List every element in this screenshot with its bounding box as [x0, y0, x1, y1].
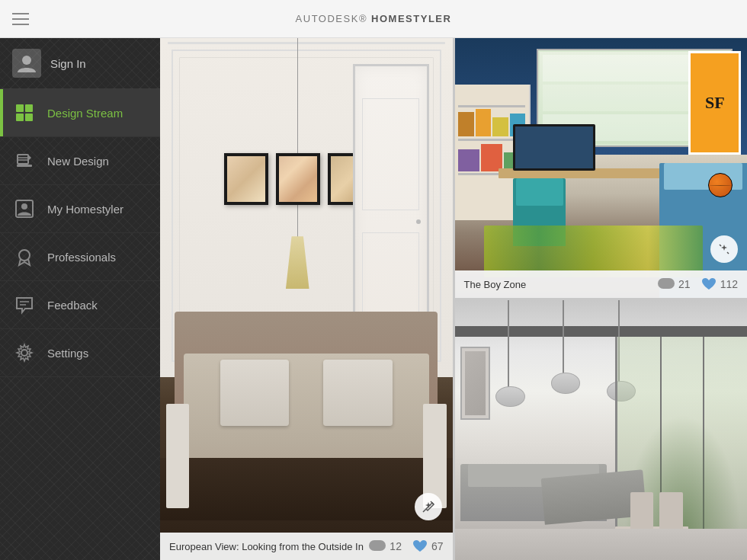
card-stats: 12 67 [369, 539, 443, 553]
card-stats-boyzone: 21 112 [658, 277, 738, 291]
award-icon [12, 245, 37, 269]
sidebar-item-design-stream[interactable]: Design Stream [0, 89, 160, 137]
card-boy-zone[interactable]: SF [455, 38, 748, 298]
heart-icon [412, 539, 428, 553]
sidebar-profile[interactable]: Sign In [0, 38, 160, 89]
svg-point-0 [22, 56, 31, 65]
person-icon [12, 197, 37, 221]
like-stat: 67 [412, 539, 444, 553]
card-footer-boyzone: The Boy Zone 21 112 [455, 270, 748, 298]
svg-point-10 [21, 203, 27, 210]
room-background-boyzone: SF [455, 38, 748, 298]
card-edit-button-boyzone[interactable] [710, 235, 738, 263]
main-content: European View: Looking from the Outside … [160, 38, 747, 560]
comment-stat: 12 [369, 540, 402, 552]
new-design-label: New Design [47, 155, 109, 168]
title-prefix: AUTODESK [296, 13, 359, 24]
svg-rect-4 [25, 114, 33, 121]
svg-rect-5 [17, 165, 32, 167]
svg-point-14 [21, 350, 27, 356]
svg-point-11 [19, 250, 30, 261]
avatar [12, 49, 41, 78]
settings-label: Settings [47, 347, 88, 360]
pencil-icon [12, 149, 37, 173]
room-background [160, 38, 453, 560]
comment-icon [369, 540, 386, 552]
app-title: AUTODESK® HOMESTYLER [296, 13, 452, 24]
comment-icon-boyzone [658, 278, 675, 290]
menu-button[interactable] [12, 13, 29, 25]
card-edit-button[interactable] [415, 493, 442, 520]
professionals-label: Professionals [47, 251, 116, 264]
design-stream-label: Design Stream [47, 107, 123, 120]
svg-rect-2 [25, 104, 33, 112]
svg-rect-19 [658, 278, 675, 289]
title-brand: HOMESTYLER [371, 13, 451, 24]
svg-rect-3 [16, 114, 24, 121]
grid-icon [12, 101, 37, 125]
svg-rect-1 [16, 104, 24, 112]
header: AUTODESK® HOMESTYLER [0, 0, 747, 38]
like-stat-boyzone: 112 [701, 277, 738, 291]
sidebar-item-new-design[interactable]: New Design [0, 137, 160, 185]
feedback-label: Feedback [47, 299, 98, 312]
card-footer: European View: Looking from the Outside … [160, 533, 453, 560]
svg-line-17 [720, 245, 721, 246]
card-title-boyzone: The Boy Zone [464, 279, 659, 290]
comment-stat-boyzone: 21 [658, 278, 691, 290]
my-homestyler-label: My Homestyler [47, 203, 123, 216]
card-european-view[interactable]: European View: Looking from the Outside … [160, 38, 453, 560]
card-modern[interactable] [455, 300, 748, 560]
sidebar: Sign In Design Stream New Design [0, 38, 160, 560]
sidebar-item-my-homestyler[interactable]: My Homestyler [0, 185, 160, 233]
svg-rect-6 [18, 155, 28, 164]
active-bar [0, 89, 3, 136]
room-background-modern [455, 300, 748, 560]
sign-in-label[interactable]: Sign In [50, 57, 86, 70]
svg-line-18 [727, 252, 729, 254]
sidebar-item-professionals[interactable]: Professionals [0, 233, 160, 281]
feedback-icon [12, 293, 37, 317]
card-title: European View: Looking from the Outside … [169, 541, 369, 552]
svg-rect-16 [369, 540, 386, 551]
heart-icon-boyzone [701, 277, 717, 291]
sidebar-item-feedback[interactable]: Feedback [0, 281, 160, 329]
sidebar-item-settings[interactable]: Settings [0, 329, 160, 377]
gear-icon [12, 341, 37, 365]
